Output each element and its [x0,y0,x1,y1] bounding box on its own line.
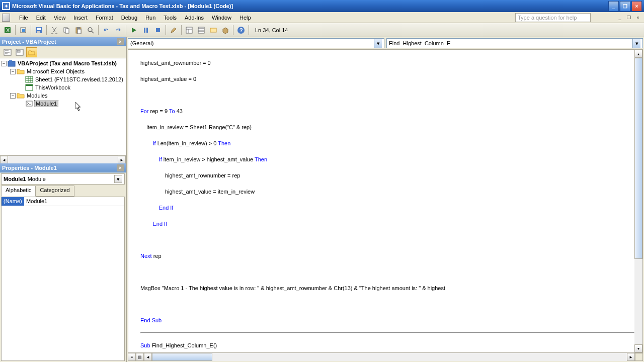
tree-hscrollbar[interactable]: ◄ ► [0,155,126,163]
properties-object-dropdown[interactable]: Module1 Module ▾ [1,173,125,185]
menu-file[interactable]: File [15,14,32,22]
view-excel-icon[interactable]: X [2,25,13,36]
code-editor[interactable]: highest_amt_rownumber = 0 highest_amt_va… [128,49,643,353]
menu-view[interactable]: View [50,14,70,22]
code-vscrollbar[interactable]: ▴ ▾ [634,50,642,352]
svg-rect-34 [17,50,20,52]
excel-objects-folder[interactable]: Microsoft Excel Objects [26,68,86,74]
modules-folder[interactable]: Modules [26,93,49,99]
scroll-up-icon[interactable]: ▴ [634,50,642,58]
scroll-left-icon[interactable]: ◄ [0,156,8,164]
scroll-left-icon[interactable]: ◄ [144,353,152,361]
project-panel-close-icon[interactable]: × [117,38,124,45]
minimize-button[interactable]: _ [608,1,619,12]
insert-icon[interactable] [18,25,29,36]
project-root[interactable]: VBAProject (Tax and Macro Test.xlsb) [17,60,118,66]
reset-icon[interactable] [152,25,164,36]
svg-rect-10 [65,29,69,33]
procedure-view-icon[interactable]: ≡ [128,353,136,361]
svg-rect-36 [9,60,12,62]
svg-rect-19 [186,27,192,33]
code-hscrollbar[interactable] [152,353,627,361]
svg-rect-18 [156,28,160,32]
module1-item[interactable]: Module1 [34,100,58,107]
design-mode-icon[interactable] [168,25,179,36]
properties-icon[interactable] [196,25,207,36]
scroll-right-icon[interactable]: ► [118,156,126,164]
redo-icon[interactable] [113,25,124,36]
scroll-right-icon[interactable]: ► [627,353,635,361]
properties-panel-header: Properties - Module1 × [0,163,126,172]
project-toolbar [0,46,126,58]
dropdown-arrow-icon[interactable]: ▾ [632,39,640,48]
find-icon[interactable] [85,25,96,36]
thisworkbook-item[interactable]: ThisWorkbook [34,84,71,90]
menu-help[interactable]: Help [235,14,255,22]
worksheet-icon [25,76,33,83]
menu-window[interactable]: Window [208,14,235,22]
svg-rect-26 [210,28,216,32]
object-dropdown[interactable]: (General) ▾ [128,38,384,48]
module-icon [25,100,33,107]
procedure-dropdown[interactable]: Find_Highest_Column_E ▾ [386,38,643,48]
svg-rect-43 [26,84,33,86]
save-icon[interactable] [33,25,44,36]
tree-collapse-icon[interactable]: − [10,93,16,99]
vba-icon [2,14,10,22]
close-button[interactable]: × [631,1,642,12]
svg-rect-37 [26,76,33,82]
doc-minimize-button[interactable]: _ [616,14,624,21]
svg-rect-7 [37,28,41,30]
undo-icon[interactable] [101,25,112,36]
menu-debug[interactable]: Debug [117,14,141,22]
window-title: Microsoft Visual Basic for Applications … [12,3,608,9]
cut-icon[interactable] [49,25,60,36]
paste-icon[interactable] [73,25,84,36]
help-icon[interactable]: ? [235,25,247,36]
properties-grid[interactable]: (Name) Module1 [1,197,125,361]
restore-button[interactable]: ❐ [620,1,630,12]
menu-edit[interactable]: Edit [32,14,50,22]
run-icon[interactable] [128,25,139,36]
view-code-icon[interactable] [2,47,13,57]
menu-tools[interactable]: Tools [159,14,181,22]
properties-panel-close-icon[interactable]: × [117,164,124,171]
menu-addins[interactable]: Add-Ins [181,14,208,22]
menu-insert[interactable]: Insert [69,14,92,22]
sheet1-item[interactable]: Sheet1 (FY11STC.revised.12.2012) [34,76,124,82]
dropdown-arrow-icon[interactable]: ▾ [114,175,122,183]
view-object-icon[interactable] [14,47,25,57]
full-module-view-icon[interactable]: ▤ [136,353,144,361]
project-explorer-icon[interactable] [184,25,195,36]
titlebar[interactable]: ✦ Microsoft Visual Basic for Application… [0,0,644,12]
help-search-box[interactable]: Type a question for help [515,13,591,22]
doc-close-button[interactable]: × [634,14,642,21]
toolbox-icon[interactable] [220,25,231,36]
property-name-value[interactable]: Module1 [24,197,124,206]
object-browser-icon[interactable] [208,25,219,36]
doc-restore-button[interactable]: ❐ [625,14,633,21]
tree-collapse-icon[interactable]: − [1,61,7,66]
svg-rect-17 [146,28,148,33]
menu-run[interactable]: Run [141,14,159,22]
tree-collapse-icon[interactable]: − [10,69,16,74]
property-name-label[interactable]: (Name) [2,197,24,206]
menu-format[interactable]: Format [92,14,117,22]
svg-rect-13 [77,29,81,34]
svg-line-15 [92,31,94,33]
project-tree[interactable]: −VBAProject (Tax and Macro Test.xlsb) −M… [0,58,126,155]
svg-rect-5 [22,29,25,32]
app-icon: ✦ [2,2,10,10]
folder-icon [17,68,25,75]
svg-rect-44 [26,101,32,106]
tab-categorized[interactable]: Categorized [35,186,74,197]
project-icon [8,60,16,67]
toggle-folders-icon[interactable] [26,47,37,57]
dropdown-arrow-icon[interactable]: ▾ [374,39,382,48]
scroll-down-icon[interactable]: ▾ [634,344,642,352]
tab-alphabetic[interactable]: Alphabetic [1,186,36,197]
svg-rect-8 [37,31,40,33]
break-icon[interactable] [140,25,151,36]
project-panel-header: Project - VBAProject × [0,37,126,46]
copy-icon[interactable] [61,25,72,36]
